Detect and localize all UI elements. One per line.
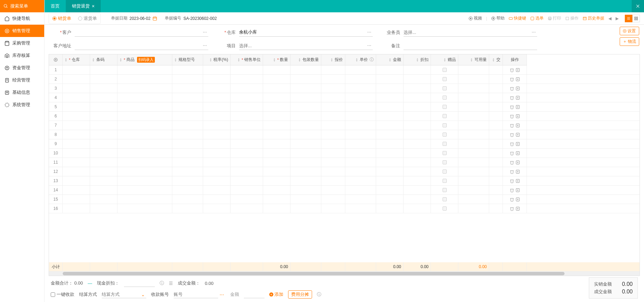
- gift-checkbox[interactable]: [443, 169, 447, 174]
- add-row-icon[interactable]: [516, 68, 520, 72]
- sort-icon[interactable]: ▲▼: [120, 58, 122, 62]
- table-row[interactable]: 10: [49, 149, 640, 158]
- col-header-14[interactable]: ▲▼可用量: [458, 54, 489, 65]
- sort-icon[interactable]: ▲▼: [416, 58, 419, 62]
- shortcut-button[interactable]: 快捷键: [509, 15, 526, 21]
- delete-icon[interactable]: [510, 142, 514, 146]
- gift-checkbox[interactable]: [443, 123, 447, 127]
- gear-icon[interactable]: [53, 58, 58, 62]
- col-header-0[interactable]: [49, 54, 63, 65]
- delete-icon[interactable]: [510, 197, 514, 202]
- col-header-6[interactable]: ▲▼*销售单位: [231, 54, 263, 65]
- tab-close-icon[interactable]: ×: [92, 3, 95, 9]
- customer-input[interactable]: [75, 28, 201, 36]
- table-row[interactable]: 8: [49, 130, 640, 139]
- table-row[interactable]: 1: [49, 65, 640, 75]
- calendar-icon[interactable]: [152, 16, 157, 21]
- table-row[interactable]: 14: [49, 186, 640, 195]
- delete-icon[interactable]: [510, 77, 514, 81]
- close-all-icon[interactable]: [632, 0, 644, 12]
- delete-icon[interactable]: [510, 169, 514, 174]
- col-header-11[interactable]: ▲▼金额: [376, 54, 404, 65]
- nav-item-5[interactable]: 经营管理: [0, 74, 44, 86]
- gift-checkbox[interactable]: [443, 188, 447, 192]
- sort-icon[interactable]: ▲▼: [65, 58, 67, 62]
- table-row[interactable]: 7: [49, 121, 640, 130]
- col-header-7[interactable]: ▲▼*数量: [263, 54, 290, 65]
- add-row-icon[interactable]: [516, 179, 520, 183]
- col-header-1[interactable]: ▲▼*仓库: [63, 54, 90, 65]
- sort-icon[interactable]: ▲▼: [209, 58, 212, 62]
- delete-icon[interactable]: [510, 123, 514, 128]
- amount-input[interactable]: [244, 291, 264, 298]
- project-picker-icon[interactable]: ⋯: [366, 43, 373, 48]
- cash-discount-input[interactable]: [124, 279, 155, 287]
- add-row-icon[interactable]: [516, 142, 520, 146]
- add-row-icon[interactable]: [516, 169, 520, 174]
- table-row[interactable]: 15: [49, 195, 640, 204]
- info-icon[interactable]: ⓘ: [160, 280, 164, 286]
- nav-item-7[interactable]: 系统管理: [0, 99, 44, 111]
- delete-icon[interactable]: [510, 105, 514, 109]
- doctype-0[interactable]: 销货单: [50, 14, 74, 23]
- gift-checkbox[interactable]: [443, 197, 447, 201]
- nav-item-2[interactable]: 采购管理: [0, 37, 44, 49]
- sort-icon[interactable]: ▲▼: [492, 58, 495, 62]
- delete-icon[interactable]: [510, 206, 514, 211]
- gift-checkbox[interactable]: [443, 179, 447, 183]
- gift-checkbox[interactable]: [443, 151, 447, 155]
- col-header-9[interactable]: ▲▼报价: [321, 54, 345, 65]
- add-button[interactable]: + 添加: [269, 291, 283, 298]
- customer-picker-icon[interactable]: ⋯: [201, 30, 208, 35]
- add-row-icon[interactable]: [516, 133, 520, 137]
- tab-1[interactable]: 销货退货×: [66, 0, 101, 12]
- gift-checkbox[interactable]: [443, 77, 447, 81]
- warehouse-picker-icon[interactable]: ⋯: [366, 30, 373, 35]
- scan-badge[interactable]: 扫码录入: [137, 57, 155, 63]
- add-row-icon[interactable]: [516, 160, 520, 165]
- table-row[interactable]: 4: [49, 93, 640, 102]
- settle-input[interactable]: [102, 291, 146, 298]
- video-button[interactable]: 视频: [469, 15, 482, 21]
- view-grid-icon[interactable]: [632, 15, 640, 22]
- sort-icon[interactable]: ▲▼: [444, 58, 446, 62]
- gift-checkbox[interactable]: [443, 133, 447, 137]
- print-button[interactable]: 打印: [548, 15, 561, 21]
- add-row-icon[interactable]: [516, 96, 520, 100]
- add-row-icon[interactable]: [516, 206, 520, 211]
- warehouse-input[interactable]: [239, 28, 366, 36]
- table-row[interactable]: 16: [49, 204, 640, 213]
- info-icon[interactable]: ⓘ: [370, 57, 374, 63]
- delete-icon[interactable]: [510, 151, 514, 155]
- salesperson-picker-icon[interactable]: ⋯: [530, 30, 537, 35]
- nav-item-1[interactable]: 销售管理: [0, 25, 44, 37]
- select-button[interactable]: 选单: [530, 15, 544, 21]
- remark-input[interactable]: [404, 41, 537, 50]
- customer-addr-input[interactable]: [75, 41, 201, 50]
- logistics-button[interactable]: ＋物流: [620, 37, 639, 46]
- add-row-icon[interactable]: [516, 114, 520, 118]
- add-row-icon[interactable]: [516, 77, 520, 81]
- gift-checkbox[interactable]: [443, 160, 447, 164]
- table-row[interactable]: 11: [49, 158, 640, 167]
- add-row-icon[interactable]: [516, 188, 520, 192]
- table-row[interactable]: 2: [49, 75, 640, 84]
- delete-icon[interactable]: [510, 160, 514, 165]
- salesperson-input[interactable]: [404, 28, 530, 36]
- nav-item-4[interactable]: 资金管理: [0, 62, 44, 74]
- gift-checkbox[interactable]: [443, 86, 447, 90]
- sort-icon[interactable]: ▲▼: [331, 58, 333, 62]
- sort-icon[interactable]: ▲▼: [298, 58, 301, 62]
- tab-0[interactable]: 首页: [45, 0, 66, 12]
- project-input[interactable]: [239, 41, 366, 50]
- table-row[interactable]: 6: [49, 112, 640, 121]
- col-header-4[interactable]: ▲▼规格型号: [172, 54, 203, 65]
- gift-checkbox[interactable]: [443, 142, 447, 146]
- account-input[interactable]: [174, 291, 218, 298]
- nav-item-3[interactable]: 库存核算: [0, 49, 44, 62]
- one-click-checkbox[interactable]: [51, 292, 55, 297]
- chevron-down-icon[interactable]: ⌄: [141, 292, 145, 297]
- col-header-12[interactable]: ▲▼折扣: [404, 54, 431, 65]
- add-row-icon[interactable]: [516, 105, 520, 109]
- sort-icon[interactable]: ▲▼: [237, 58, 240, 62]
